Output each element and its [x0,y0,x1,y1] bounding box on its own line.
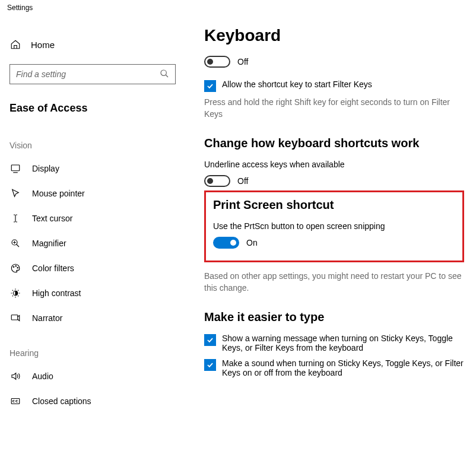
underline-label: Underline access keys when available [204,160,464,169]
sidebar-item-magnifier[interactable]: Magnifier [0,231,185,256]
filter-keys-checkbox-label: Allow the shortcut key to start Filter K… [222,80,372,89]
sidebar-item-closed-captions[interactable]: Closed captions [0,389,185,414]
sidebar: Home Ease of Access Vision Display Mouse… [0,15,185,451]
warning-checkbox[interactable] [204,334,216,346]
sidebar-item-label: Magnifier [32,239,66,248]
prtscn-label: Use the PrtScn button to open screen sni… [213,221,455,231]
underline-toggle[interactable] [204,175,230,187]
filter-keys-help: Press and hold the right Shift key for e… [204,97,464,120]
sidebar-item-label: Text cursor [32,214,72,223]
svg-point-10 [15,266,17,267]
section-type-heading: Make it easier to type [204,310,464,324]
search-input[interactable] [16,69,160,79]
sidebar-item-label: Color filters [32,263,74,273]
category-header: Ease of Access [0,96,185,123]
page-title: Keyboard [204,26,464,45]
svg-line-1 [166,75,168,77]
prtscn-toggle[interactable] [213,237,239,249]
captions-icon [9,396,21,406]
sidebar-item-label: Display [32,164,59,173]
sidebar-item-label: Mouse pointer [32,189,85,198]
home-icon [9,39,21,50]
contrast-icon [9,288,21,298]
filter-keys-checkbox[interactable] [204,80,216,92]
pointer-icon [9,188,21,199]
sidebar-item-display[interactable]: Display [0,156,185,181]
keyboard-toggle[interactable] [204,56,230,68]
search-icon [160,69,169,80]
underline-toggle-state: Off [237,176,248,186]
warning-checkbox-label: Show a warning message when turning on S… [222,334,464,352]
text-cursor-icon [9,213,21,224]
sidebar-item-audio[interactable]: Audio [0,364,185,389]
svg-rect-21 [11,315,18,320]
home-label: Home [31,40,55,50]
svg-point-9 [13,266,14,268]
content-panel: Keyboard Off Allow the shortcut key to s… [185,15,476,451]
sidebar-item-label: High contrast [32,288,81,298]
search-box[interactable] [9,64,176,84]
print-screen-highlight: Print Screen shortcut Use the PrtScn but… [204,190,464,262]
palette-icon [9,263,21,274]
svg-line-6 [17,244,20,247]
prtscn-help: Based on other app settings, you might n… [204,271,464,294]
audio-icon [9,371,21,382]
home-button[interactable]: Home [0,33,185,56]
sound-checkbox[interactable] [204,359,216,371]
sidebar-item-text-cursor[interactable]: Text cursor [0,206,185,231]
sidebar-item-mouse-pointer[interactable]: Mouse pointer [0,181,185,206]
svg-rect-2 [11,165,20,171]
window-title: Settings [0,0,476,15]
sidebar-item-color-filters[interactable]: Color filters [0,256,185,281]
section-vision-label: Vision [0,123,185,156]
svg-line-19 [12,296,13,296]
svg-line-18 [18,296,18,296]
keyboard-toggle-state: Off [237,57,248,66]
magnifier-icon [9,238,21,249]
svg-line-17 [12,290,13,291]
svg-point-11 [17,268,18,269]
sound-checkbox-label: Make a sound when turning on Sticky Keys… [222,358,464,377]
sidebar-item-high-contrast[interactable]: High contrast [0,281,185,306]
sidebar-item-label: Closed captions [32,396,91,406]
svg-line-20 [18,290,18,291]
sidebar-item-label: Audio [32,371,53,381]
display-icon [9,163,21,174]
sidebar-item-label: Narrator [32,313,62,323]
narrator-icon [9,313,21,323]
sidebar-item-narrator[interactable]: Narrator [0,306,185,331]
svg-point-0 [161,70,166,75]
section-prtscn-heading: Print Screen shortcut [213,198,455,212]
section-hearing-label: Hearing [0,331,185,364]
section-shortcuts-heading: Change how keyboard shortcuts work [204,136,464,150]
prtscn-toggle-state: On [246,238,258,247]
